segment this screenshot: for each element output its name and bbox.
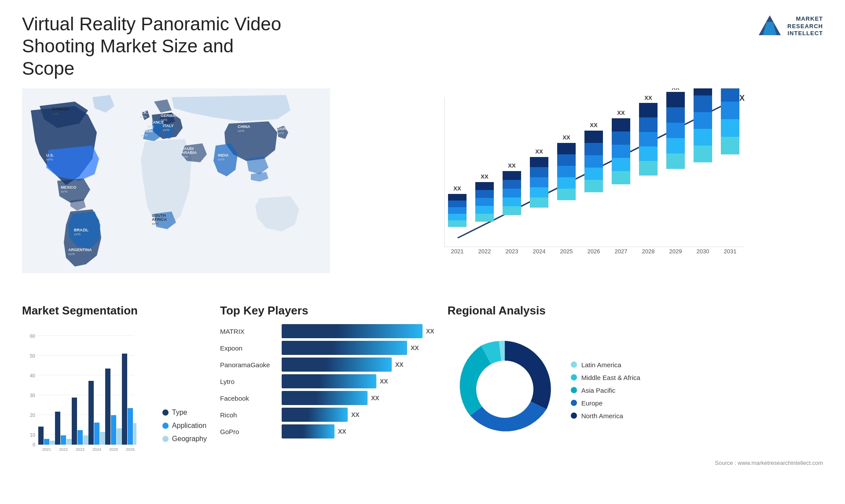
svg-text:0: 0 bbox=[33, 442, 35, 447]
header: Virtual Reality Panoramic Video Shooting… bbox=[22, 13, 823, 80]
svg-text:2029: 2029 bbox=[669, 248, 682, 255]
svg-rect-56 bbox=[503, 197, 521, 206]
player-value-gopro: XX bbox=[338, 428, 346, 435]
key-players-section: Top Key Players MATRIX XX Expoon XX bbox=[220, 304, 434, 471]
svg-rect-99 bbox=[666, 123, 685, 138]
logo-text: MARKET RESEARCH INTELLECT bbox=[787, 15, 823, 38]
player-row-gopro: GoPro XX bbox=[220, 424, 434, 438]
svg-text:xx%: xx% bbox=[238, 129, 244, 133]
svg-rect-64 bbox=[530, 177, 548, 187]
legend-dot-application bbox=[162, 423, 169, 429]
regional-legend: Latin America Middle East & Africa Asia … bbox=[571, 361, 640, 420]
logo-area: MARKET RESEARCH INTELLECT bbox=[757, 13, 823, 40]
svg-text:INDIA: INDIA bbox=[218, 153, 229, 157]
player-bar-expoon bbox=[282, 341, 407, 355]
svg-text:2027: 2027 bbox=[615, 248, 628, 255]
player-row-expoon: Expoon XX bbox=[220, 341, 434, 355]
players-list: MATRIX XX Expoon XX PanoramaGaoke bbox=[220, 324, 434, 438]
svg-text:MEXICO: MEXICO bbox=[61, 185, 77, 190]
svg-rect-71 bbox=[557, 166, 576, 177]
svg-rect-57 bbox=[503, 189, 521, 197]
svg-text:xx%: xx% bbox=[52, 112, 59, 116]
svg-text:2024: 2024 bbox=[533, 248, 546, 255]
player-bar-lytro bbox=[282, 374, 376, 388]
svg-rect-59 bbox=[503, 171, 521, 180]
regional-item-north-america: North America bbox=[571, 412, 640, 420]
svg-rect-43 bbox=[448, 207, 467, 214]
player-row-lytro: Lytro XX bbox=[220, 374, 434, 388]
svg-text:AFRICA: AFRICA bbox=[152, 217, 167, 222]
player-bar-ricoh bbox=[282, 408, 348, 422]
svg-rect-77 bbox=[584, 168, 603, 180]
regional-dot-asia-pacific bbox=[571, 387, 577, 393]
player-bar-container-lytro: XX bbox=[282, 374, 434, 388]
svg-rect-62 bbox=[530, 197, 548, 208]
svg-text:2021: 2021 bbox=[451, 248, 464, 255]
player-row-panoramagaoke: PanoramaGaoke XX bbox=[220, 358, 434, 372]
svg-text:XX: XX bbox=[508, 162, 516, 169]
player-name-matrix: MATRIX bbox=[220, 328, 277, 335]
svg-text:xx%: xx% bbox=[218, 157, 224, 161]
top-section: CANADA xx% U.S. xx% MEXICO xx% BRAZIL xx… bbox=[22, 88, 823, 291]
svg-rect-87 bbox=[612, 118, 630, 131]
regional-label-latin-america: Latin America bbox=[581, 361, 621, 369]
svg-text:xx%: xx% bbox=[141, 133, 147, 137]
svg-rect-149 bbox=[111, 415, 116, 445]
svg-rect-137 bbox=[61, 435, 66, 445]
svg-rect-146 bbox=[100, 432, 105, 445]
svg-rect-52 bbox=[475, 182, 494, 190]
svg-text:xx%: xx% bbox=[161, 118, 167, 122]
player-bar-container-gopro: XX bbox=[282, 424, 434, 438]
svg-rect-66 bbox=[530, 157, 548, 167]
segmentation-title: Market Segmentation bbox=[22, 304, 207, 318]
svg-text:XX: XX bbox=[590, 122, 598, 128]
player-value-panoramagaoke: XX bbox=[395, 361, 404, 368]
svg-rect-98 bbox=[666, 138, 685, 153]
svg-rect-152 bbox=[122, 354, 127, 445]
svg-rect-90 bbox=[639, 161, 658, 175]
svg-rect-142 bbox=[83, 435, 88, 445]
svg-point-157 bbox=[476, 361, 533, 418]
player-name-lytro: Lytro bbox=[220, 378, 277, 385]
svg-rect-141 bbox=[77, 430, 83, 445]
player-bar-matrix bbox=[282, 324, 422, 338]
svg-rect-55 bbox=[503, 206, 521, 215]
svg-text:xx%: xx% bbox=[181, 155, 188, 159]
seg-chart: 60 50 40 30 20 10 0 bbox=[22, 331, 154, 456]
regional-section: Regional Analysis bbox=[448, 304, 823, 471]
player-row-ricoh: Ricoh XX bbox=[220, 408, 434, 422]
svg-text:xx%: xx% bbox=[46, 157, 53, 161]
player-bar-container-ricoh: XX bbox=[282, 408, 434, 422]
svg-text:2023: 2023 bbox=[76, 447, 84, 452]
regional-item-middle-east: Middle East & Africa bbox=[571, 374, 640, 381]
svg-rect-65 bbox=[530, 167, 548, 177]
svg-text:2021: 2021 bbox=[42, 447, 51, 452]
player-name-expoon: Expoon bbox=[220, 344, 277, 352]
svg-rect-107 bbox=[694, 95, 712, 112]
legend-dot-geography bbox=[162, 436, 169, 442]
svg-rect-50 bbox=[475, 198, 494, 206]
regional-dot-middle-east bbox=[571, 374, 577, 380]
svg-text:2026: 2026 bbox=[588, 248, 600, 255]
svg-text:2028: 2028 bbox=[642, 248, 655, 255]
svg-rect-105 bbox=[694, 129, 712, 146]
legend-item-type: Type bbox=[162, 409, 207, 416]
player-bar-container-matrix: XX bbox=[282, 324, 434, 338]
regional-label-europe: Europe bbox=[581, 399, 603, 407]
donut-chart bbox=[448, 332, 562, 448]
svg-text:xx%: xx% bbox=[140, 115, 147, 119]
svg-rect-63 bbox=[530, 187, 548, 197]
svg-rect-114 bbox=[721, 88, 739, 102]
player-name-gopro: GoPro bbox=[220, 428, 277, 435]
svg-text:XX: XX bbox=[535, 148, 543, 155]
player-bar-facebook bbox=[282, 391, 367, 405]
regional-dot-latin-america bbox=[571, 362, 577, 368]
player-row-facebook: Facebook XX bbox=[220, 391, 434, 405]
svg-rect-93 bbox=[639, 117, 658, 132]
svg-rect-108 bbox=[694, 88, 712, 95]
svg-text:SPAIN: SPAIN bbox=[141, 129, 153, 133]
player-bar-container-expoon: XX bbox=[282, 341, 434, 355]
regional-label-middle-east: Middle East & Africa bbox=[581, 374, 640, 381]
svg-text:40: 40 bbox=[30, 373, 35, 378]
map-container: CANADA xx% U.S. xx% MEXICO xx% BRAZIL xx… bbox=[22, 88, 330, 273]
